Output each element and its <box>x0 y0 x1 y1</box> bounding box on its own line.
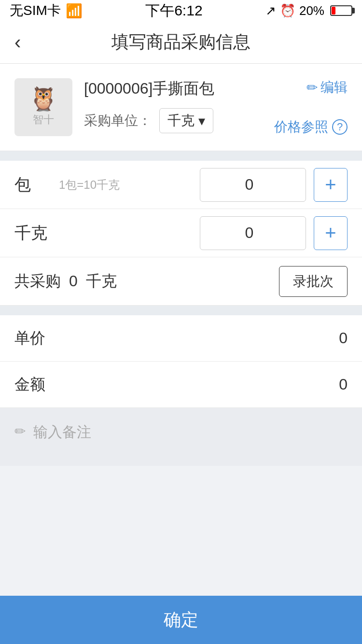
bag-input-wrap: + <box>200 168 348 202</box>
edit-button[interactable]: ✏ 编辑 <box>306 78 348 97</box>
back-button[interactable]: ‹ <box>14 31 21 53</box>
content-area: 🦉 智十 [0000006]手撕面包 采购单位： 千克 ▾ ✏ 编辑 价格参照 … <box>0 64 362 514</box>
chevron-down-icon: ▾ <box>198 113 205 129</box>
notes-section[interactable]: ✏ 输入备注 <box>0 408 362 466</box>
kg-plus-button[interactable]: + <box>314 216 348 250</box>
summary-text: 共采购 0 千克 <box>14 271 117 292</box>
price-section: 单价 0 金额 0 <box>0 315 362 408</box>
price-ref-button[interactable]: 价格参照 ? <box>274 118 348 136</box>
section-divider-1 <box>0 151 362 161</box>
status-left: 无SIM卡 📶 <box>10 1 83 20</box>
edit-label: 编辑 <box>320 78 348 97</box>
bag-sub-label: 1包=10千克 <box>59 177 200 193</box>
status-bar: 无SIM卡 📶 下午6:12 ↗ ⏰ 20% <box>0 0 362 21</box>
kg-input-row: 千克 + <box>0 209 362 257</box>
plus-icon-2: + <box>325 222 336 244</box>
amount-value: 0 <box>339 376 348 393</box>
plus-icon: + <box>325 174 336 196</box>
battery-text: 20% <box>299 3 324 18</box>
nav-bar: ‹ 填写商品采购信息 <box>0 21 362 64</box>
unit-price-label: 单价 <box>14 328 45 349</box>
batch-button[interactable]: 录批次 <box>279 266 348 297</box>
unit-price-value: 0 <box>339 329 348 347</box>
kg-input[interactable] <box>200 216 306 250</box>
bag-plus-button[interactable]: + <box>314 168 348 202</box>
amount-row: 金额 0 <box>0 362 362 408</box>
battery-icon <box>330 5 352 16</box>
unit-value: 千克 <box>167 112 195 130</box>
summary-row: 共采购 0 千克 录批次 <box>0 257 362 306</box>
unit-price-row: 单价 0 <box>0 315 362 362</box>
kg-input-wrap: + <box>200 216 348 250</box>
kg-label: 千克 <box>14 222 53 244</box>
unit-label: 采购单位： <box>84 112 152 130</box>
section-divider-2 <box>0 306 362 315</box>
unit-dropdown[interactable]: 千克 ▾ <box>159 108 213 133</box>
edit-icon: ✏ <box>306 80 318 96</box>
bag-label: 包 <box>14 174 53 196</box>
input-section: 包 1包=10千克 + 千克 + 共采购 0 <box>0 161 362 306</box>
page-title: 填写商品采购信息 <box>111 30 251 54</box>
alarm-icon: ⏰ <box>280 3 295 18</box>
product-thumb-owl-icon: 🦉 <box>29 87 58 111</box>
pencil-icon: ✏ <box>14 423 26 439</box>
wifi-icon: 📶 <box>66 3 83 19</box>
price-ref-label: 价格参照 <box>274 118 328 136</box>
location-icon: ↗ <box>265 3 276 18</box>
product-thumb-label: 智十 <box>33 112 54 127</box>
summary-unit: 千克 <box>86 272 117 290</box>
product-card: 🦉 智十 [0000006]手撕面包 采购单位： 千克 ▾ ✏ 编辑 价格参照 … <box>0 64 362 151</box>
confirm-button[interactable]: 确定 <box>0 596 362 644</box>
status-time: 下午6:12 <box>145 1 202 21</box>
amount-label: 金额 <box>14 374 45 395</box>
summary-prefix: 共采购 <box>14 272 61 290</box>
status-right: ↗ ⏰ 20% <box>265 3 352 18</box>
notes-placeholder: 输入备注 <box>33 422 91 442</box>
carrier-text: 无SIM卡 <box>10 1 61 20</box>
product-thumbnail: 🦉 智十 <box>14 78 72 136</box>
bag-input[interactable] <box>200 168 306 202</box>
question-icon: ? <box>332 119 348 135</box>
bag-input-row: 包 1包=10千克 + <box>0 161 362 209</box>
summary-value: 0 <box>69 272 78 290</box>
